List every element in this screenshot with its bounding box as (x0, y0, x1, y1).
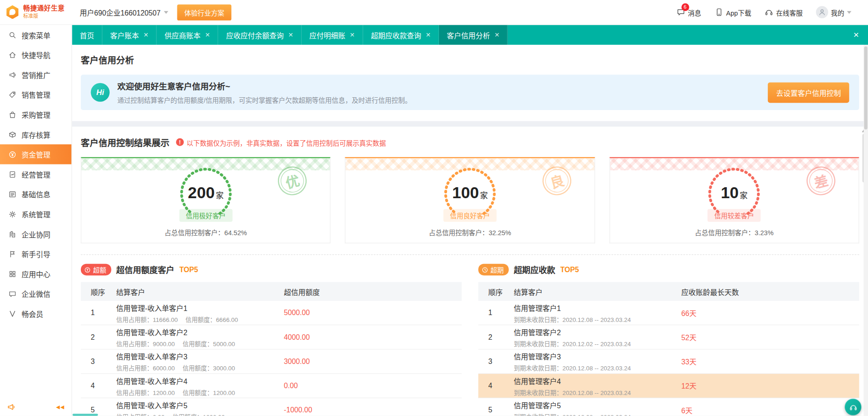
flag-icon (8, 250, 16, 258)
messages-button[interactable]: 6 消息 (676, 7, 701, 17)
sidebar-item-base-info[interactable]: 基础信息 (0, 184, 71, 204)
tab-actions (853, 25, 868, 45)
share-text: 占总信用控制客户：64.52% (165, 227, 247, 237)
sidebar-item-label: 基础信息 (21, 189, 50, 200)
app-download-label: App下载 (726, 7, 751, 17)
table-row[interactable]: 1 信用管理-收入单客户1 信用占用额：11666.00信用额度：6666.00… (81, 301, 462, 325)
yen-circle-icon (84, 266, 91, 273)
tab-customer-ledger[interactable]: 客户账本 (102, 25, 157, 45)
credit-occupied: 信用占用额：6000.00 (116, 365, 175, 372)
window-scrollbar-thumb[interactable] (864, 47, 868, 130)
tag-icon (8, 90, 16, 99)
banner-title: 欢迎使用好生意客户信用分析~ (117, 80, 412, 92)
count-unit: 家 (480, 191, 488, 200)
table-row[interactable]: 5 信用管理客户5 到期未收款日期：2020.12.08 -- 2023.03.… (478, 398, 859, 416)
table-row[interactable]: 4 信用管理-收入单客户4 信用占用额：1200.00信用额度：1200.00 … (81, 374, 462, 398)
sidebar-item-system[interactable]: 系统管理 (0, 204, 71, 224)
profile-label: 我的 (831, 7, 844, 17)
sidebar-item-funds[interactable]: 资金管理 (0, 144, 71, 164)
section-header: 客户信用控制结果展示 以下数据仅为示例，非真实数据，设置了信用控制后可展示真实数… (81, 136, 859, 149)
box-icon (8, 130, 16, 138)
online-support-button[interactable]: 在线客服 (764, 7, 803, 17)
profile-button[interactable]: 我的 (816, 6, 852, 18)
tab-supplier-ledger[interactable]: 供应商账本 (157, 25, 218, 45)
sidebar-item-sales[interactable]: 销售管理 (0, 84, 71, 105)
customer-count: 10 (721, 184, 739, 201)
sidebar-item-guide[interactable]: 新手引导 (0, 244, 71, 264)
row-index: 3 (81, 357, 117, 365)
chevron-down-icon (847, 11, 852, 14)
sidebar-item-wecom[interactable]: 企业微信 (0, 284, 71, 304)
tab-home[interactable]: 首页 (72, 25, 102, 45)
tab-close-icon[interactable] (495, 32, 500, 38)
table-row[interactable]: 2 信用管理客户2 到期未收款日期：2020.12.02 -- 2023.03.… (478, 325, 859, 349)
sidebar-item-quick-nav[interactable]: 快捷导航 (0, 45, 71, 65)
page-head: 客户信用分析 Hi 欢迎使用好生意客户信用分析~ 通过控制结算客户的信用额度/信… (72, 45, 868, 121)
table-column-headers: 顺序 结算客户 超信用额度 (81, 282, 462, 301)
table-row[interactable]: 3 信用管理客户3 到期未收款日期：2020.12.08 -- 2023.03.… (478, 349, 859, 374)
overdue-period: 到期未收款日期：2020.12.08 -- 2023.03.24 (514, 413, 631, 416)
account-selector[interactable]: 用户690企业1660120507 (80, 7, 168, 17)
over-amount: 5000.00 (284, 309, 462, 317)
sidebar-item-label: 新手引导 (21, 248, 50, 259)
sidebar-item-label: 经营管理 (21, 169, 50, 179)
sidebar-item-label: 销售管理 (21, 90, 50, 100)
tab-close-icon[interactable] (288, 32, 293, 38)
sidebar-item-app-center[interactable]: 应用中心 (0, 264, 71, 284)
sidebar-item-operations[interactable]: 经营管理 (0, 164, 71, 184)
sidebar-item-search-menu[interactable]: 搜索菜单 (0, 25, 71, 45)
sidebar-item-purchasing[interactable]: 采购管理 (0, 105, 71, 125)
money-icon (8, 150, 16, 158)
sidebar-item-inventory[interactable]: 库存核算 (0, 124, 71, 144)
search-icon (8, 31, 16, 39)
customer-name: 信用管理-收入单客户3 (116, 351, 284, 361)
over-amount: 3000.00 (284, 357, 462, 365)
app-download-button[interactable]: App下载 (714, 7, 751, 17)
sidebar-item-label: 应用中心 (21, 269, 50, 279)
table-row[interactable]: 2 信用管理-收入单客户2 信用占用额：9000.00信用额度：5000.00 … (81, 325, 462, 349)
table-row[interactable]: 3 信用管理-收入单客户3 信用占用额：6000.00信用额度：3000.00 … (81, 349, 462, 374)
report-icon (8, 170, 16, 178)
overdue-receivables-table: 超期 超期应收款 TOP5 顺序 结算客户 应收账龄最长天数 1 (478, 264, 859, 416)
horizontal-scrollbar-thumb[interactable] (73, 414, 98, 416)
table-row[interactable]: 5 信用管理-收入单客户5 信用占用额：0.00信用额度：1000.00 -10… (81, 398, 462, 416)
sidebar-item-label: 库存核算 (21, 129, 50, 140)
sidebar-item-label: 快捷导航 (21, 49, 50, 60)
sidebar-item-label: 采购管理 (21, 109, 50, 120)
setup-credit-control-button[interactable]: 去设置客户信用控制 (768, 82, 849, 103)
user-icon (818, 8, 826, 16)
credit-cards: 优 200家 信用极好客户 占总信用控制客户：64.52% 良 (81, 157, 859, 243)
announcement-icon[interactable] (7, 403, 16, 411)
credit-level-badge: 信用良好客户 (443, 209, 496, 222)
credit-occupied: 信用占用额：9000.00 (116, 340, 175, 347)
row-index: 5 (81, 406, 117, 414)
trial-solution-button[interactable]: 体验行业方案 (177, 4, 232, 20)
floating-service-button[interactable] (845, 399, 861, 415)
sidebar-item-member[interactable]: 畅会员 (0, 304, 71, 324)
tab-close-icon[interactable] (350, 32, 355, 38)
overdue-badge: 超期 (478, 264, 509, 275)
tab-close-icon[interactable] (144, 32, 149, 38)
sidebar-item-collaboration[interactable]: 企业协同 (0, 224, 71, 244)
tab-credit-analysis[interactable]: 客户信用分析 (439, 25, 508, 45)
hi-icon: Hi (91, 83, 110, 102)
tab-close-icon[interactable] (205, 32, 210, 38)
dashed-divider (81, 254, 859, 255)
credit-level-badge: 信用极好客户 (179, 209, 232, 222)
tab-ar-ap-balance[interactable]: 应收应付余额查询 (218, 25, 302, 45)
overdue-days: 33天 (682, 356, 859, 367)
tab-close-icon[interactable] (426, 32, 431, 38)
table-row[interactable]: 1 信用管理客户1 到期未收款日期：2020.12.08 -- 2023.03.… (478, 301, 859, 325)
credit-limit: 信用额度：6666.00 (186, 316, 238, 323)
overdue-days: 12天 (682, 380, 859, 391)
tab-overdue-ar-query[interactable]: 超期应收款查询 (363, 25, 439, 45)
overdue-days: 66天 (682, 307, 859, 318)
column-header: 超信用额度 (284, 286, 462, 297)
customer-name: 信用管理客户5 (514, 400, 682, 410)
tab-ap-detail[interactable]: 应付明细账 (302, 25, 363, 45)
table-row-highlighted[interactable]: 4 信用管理客户4 到期未收款日期：2020.12.08 -- 2023.03.… (478, 374, 859, 398)
collapse-sidebar-icon[interactable] (56, 404, 65, 410)
close-all-tabs-icon[interactable] (853, 31, 859, 39)
sidebar-item-marketing[interactable]: 营销推广 (0, 65, 71, 85)
table-column-headers: 顺序 结算客户 应收账龄最长天数 (478, 282, 859, 301)
